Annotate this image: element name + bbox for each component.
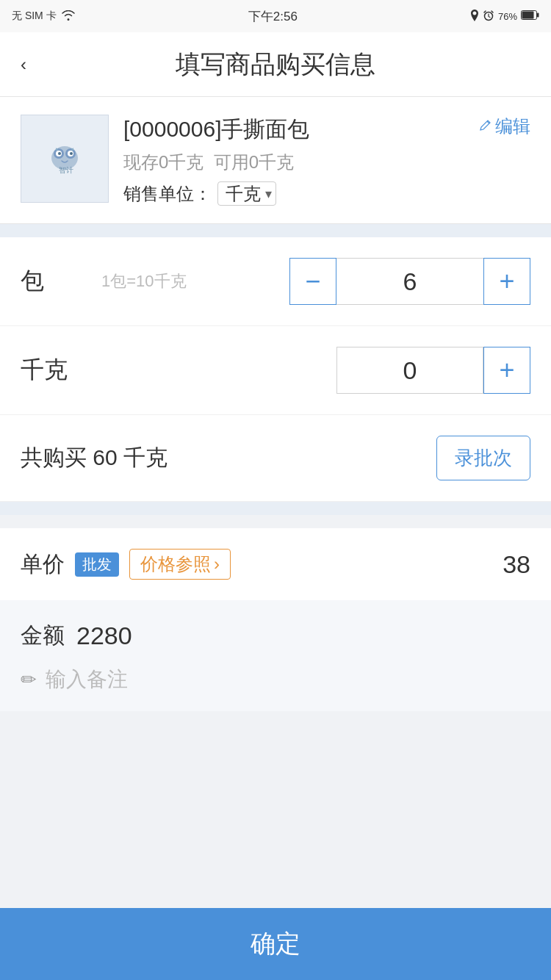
amount-label: 金额 (21, 621, 65, 651)
qianke-row: 千克 + (0, 326, 551, 415)
svg-point-10 (70, 152, 73, 155)
edit-button[interactable]: 编辑 (479, 115, 530, 138)
price-row: 单价 批发 价格参照 › 38 (21, 549, 530, 580)
wifi-icon (61, 10, 76, 23)
edit-label: 编辑 (495, 115, 530, 138)
remark-row: ✏ 输入备注 (21, 666, 530, 711)
confirm-bar[interactable]: 确定 (0, 908, 551, 980)
bao-row: 包 1包=10千克 − + (0, 237, 551, 326)
status-time: 下午2:56 (248, 8, 298, 25)
product-thumbnail: 智计 (21, 115, 109, 203)
product-unit: 销售单位： 千克 包 (123, 181, 530, 206)
remark-placeholder[interactable]: 输入备注 (46, 666, 128, 693)
bao-increase-button[interactable]: + (483, 258, 530, 305)
qianke-stepper: + (336, 347, 530, 394)
alarm-icon (483, 10, 494, 24)
status-right: 76% (470, 10, 539, 24)
unit-select[interactable]: 千克 包 (217, 181, 276, 206)
status-bar: 无 SIM 卡 下午2:56 76% (0, 0, 551, 32)
back-button[interactable]: ‹ (21, 54, 26, 75)
price-section: 单价 批发 价格参照 › 38 (0, 528, 551, 600)
nav-bar: ‹ 填写商品购买信息 (0, 32, 551, 97)
bao-label: 包 (21, 265, 94, 298)
battery-icon (521, 10, 539, 22)
summary-row: 共购买 60 千克 录批次 (0, 415, 551, 502)
unit-select-wrap[interactable]: 千克 包 (217, 181, 276, 206)
confirm-label: 确定 (251, 927, 300, 961)
nav-title: 填写商品购买信息 (176, 48, 375, 82)
location-icon (470, 10, 479, 24)
owl-logo-icon: 智计 (43, 137, 87, 181)
bao-input[interactable] (336, 258, 483, 305)
qianke-increase-button[interactable]: + (483, 347, 530, 394)
bao-input-section: 包 1包=10千克 − + 千克 + (0, 237, 551, 415)
bottom-space (0, 711, 551, 932)
amount-section: 金额 2280 ✏ 输入备注 (0, 600, 551, 711)
price-ref-icon: › (214, 554, 220, 574)
bao-hint: 1包=10千克 (101, 270, 187, 292)
svg-text:智计: 智计 (59, 166, 73, 174)
price-label: 单价 (21, 550, 65, 580)
product-stock: 现存0千克 可用0千克 (123, 151, 530, 174)
sim-text: 无 SIM 卡 (12, 10, 57, 23)
pencil-icon: ✏ (21, 669, 37, 691)
bao-stepper: − + (289, 258, 530, 305)
price-badge: 批发 (75, 552, 119, 577)
summary-text: 共购买 60 千克 (21, 443, 168, 473)
battery-text: 76% (498, 11, 517, 22)
svg-point-9 (58, 152, 61, 155)
qianke-label: 千克 (21, 354, 94, 386)
svg-rect-3 (522, 12, 533, 19)
batch-button[interactable]: 录批次 (436, 436, 530, 480)
section-divider-1 (0, 224, 551, 237)
product-info: [0000006]手撕面包 编辑 现存0千克 可用0千克 销售单位： 千克 包 (123, 115, 530, 206)
status-left: 无 SIM 卡 (12, 10, 76, 23)
price-ref-button[interactable]: 价格参照 › (129, 549, 231, 580)
amount-row: 金额 2280 (21, 621, 530, 651)
product-section: 智计 [0000006]手撕面包 编辑 现存0千克 可用0千克 销售单位： 千克… (0, 97, 551, 224)
product-name: [0000006]手撕面包 (123, 115, 309, 145)
price-value: 38 (503, 550, 530, 579)
amount-value: 2280 (76, 621, 132, 650)
bao-decrease-button[interactable]: − (289, 258, 336, 305)
section-divider-2 (0, 502, 551, 515)
price-ref-label: 价格参照 (140, 552, 211, 576)
svg-rect-2 (537, 13, 539, 18)
qianke-input[interactable] (336, 347, 483, 394)
